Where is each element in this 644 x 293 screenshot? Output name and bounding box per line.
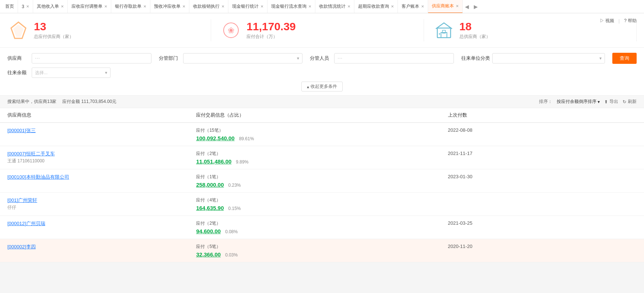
category-select[interactable]: ▾	[492, 53, 605, 63]
close-collection-stat-icon[interactable]: ✕	[347, 4, 350, 8]
nav-tab-3[interactable]: 3 ✕	[18, 0, 33, 13]
result-summary: 搜索结果中，供应商13家 应付金额 111,703,854.00元	[7, 99, 116, 105]
nav-tab-ap-adjust[interactable]: 应收应付调整单 ✕	[68, 0, 111, 13]
tx-percent-4: 0.08%	[225, 229, 238, 234]
close-supplier-account-icon[interactable]: ✕	[456, 4, 459, 8]
ap-suppliers-label: 总应付供应商（家）	[34, 34, 74, 40]
nav-prev-arrow[interactable]: ◀	[463, 0, 472, 13]
category-filter-label: 往来单位分类	[461, 55, 490, 62]
tx-amount-3[interactable]: 164,635.90	[196, 205, 224, 211]
sort-select[interactable]: 按应付余额倒序排序 ▾	[557, 99, 600, 105]
nav-tab-collection-stat[interactable]: 收款情况统计 ✕	[315, 0, 354, 13]
transaction-cell-0: 应付（15笔） 100,092,540.00 89.61%	[196, 127, 448, 141]
tx-label-3: 应付（4笔）	[196, 197, 448, 203]
supplier-link-5[interactable]: [000002]李四	[7, 244, 36, 249]
nav-tab-advance[interactable]: 预收冲应收单 ✕	[150, 0, 189, 13]
close-other-income-icon[interactable]: ✕	[61, 4, 64, 8]
balance-select[interactable]: 选择... ▾	[32, 68, 111, 78]
search-button[interactable]: 查询	[612, 53, 637, 64]
last-pay-cell-1: 2021-11-17	[448, 151, 574, 156]
supplier-cell-4: [000012]广州贝瑞	[7, 220, 196, 227]
video-icon: ▷	[600, 18, 604, 23]
table-row: [000002]李四 应付（5笔） 32,366.00 0.03% 2020-1…	[0, 239, 644, 262]
supplier-select[interactable]: ···	[32, 53, 151, 63]
transaction-cell-5: 应付（5笔） 32,366.00 0.03%	[196, 244, 448, 258]
supplier-link-0[interactable]: [000001]张三	[7, 128, 36, 133]
supplier-link-2[interactable]: [000100]本特勤油品有限公司	[7, 174, 69, 180]
person-select[interactable]: ···	[334, 53, 454, 63]
nav-tab-supplier-account[interactable]: 供应商账本 ✕	[428, 0, 463, 13]
supplier-link-4[interactable]: [000012]广州贝瑞	[7, 221, 45, 226]
tx-label-1: 应付（2笔）	[196, 151, 448, 157]
table-body: [000001]张三 应付（15笔） 100,092,540.00 89.61%…	[0, 123, 644, 262]
supplier-link-3[interactable]: [001]广州荣轩	[7, 197, 37, 203]
svg-marker-1	[13, 24, 24, 37]
tx-percent-3: 0.15%	[228, 206, 241, 211]
header-last-payment: 上次付数	[448, 112, 574, 118]
nav-next-arrow[interactable]: ▶	[472, 0, 480, 13]
nav-tab-collection-verify[interactable]: 收款核销执行 ✕	[189, 0, 228, 13]
close-cash-bank-stat-icon[interactable]: ✕	[260, 4, 263, 8]
stats-header: 13 总应付供应商（家） ❀ 11,170.39 应付合计（万）	[0, 13, 644, 48]
video-link[interactable]: ▷ 视频	[600, 18, 614, 24]
nav-tab-cash-bank-stat[interactable]: 现金银行统计 ✕	[228, 0, 267, 13]
nav-tab-cash-bank-flow[interactable]: 现金银行流水查询 ✕	[267, 0, 315, 13]
refresh-icon: ↻	[623, 99, 626, 104]
filter-balance: 往来余额 选择... ▾	[7, 68, 111, 78]
shop-icon	[433, 19, 455, 41]
header-supplier-info: 供应商信息	[7, 112, 196, 118]
tx-row-1: 11,051,486.00 9.89%	[196, 158, 448, 165]
close-tab-3-icon[interactable]: ✕	[26, 4, 29, 8]
tx-amount-5[interactable]: 32,366.00	[196, 251, 221, 258]
close-customer-account-icon[interactable]: ✕	[421, 4, 424, 8]
result-actions: 排序： 按应付余额倒序排序 ▾ ⬆ 导出 ↻ 刷新	[539, 99, 637, 105]
balance-placeholder: 选择...	[35, 70, 48, 76]
tx-row-5: 32,366.00 0.03%	[196, 251, 448, 258]
tx-percent-5: 0.03%	[225, 252, 238, 258]
nav-tab-customer-account[interactable]: 客户账本 ✕	[398, 0, 428, 13]
last-pay-date-0: 2022-08-08	[448, 127, 473, 133]
close-overdue-icon[interactable]: ✕	[391, 4, 394, 8]
export-icon: ⬆	[604, 99, 608, 104]
tx-row-4: 94,600.00 0.08%	[196, 228, 448, 234]
help-link[interactable]: ? 帮助	[624, 18, 637, 24]
nav-tab-other-income[interactable]: 其他收入单 ✕	[33, 0, 68, 13]
tx-amount-4[interactable]: 94,600.00	[196, 228, 221, 234]
tx-amount-1[interactable]: 11,051,486.00	[196, 158, 231, 165]
collapse-button[interactable]: ▴ 收起更多条件	[301, 82, 343, 92]
nav-tab-home[interactable]: 首页	[1, 0, 18, 13]
refresh-button[interactable]: ↻ 刷新	[623, 99, 637, 105]
transaction-cell-2: 应付（1笔） 258,000.00 0.23%	[196, 174, 448, 188]
table-row: [000012]广州贝瑞 应付（2笔） 94,600.00 0.08% 2021…	[0, 216, 644, 239]
supplier-link-1[interactable]: [000007]恒旺二手叉车	[7, 151, 55, 156]
supplier-cell-2: [000100]本特勤油品有限公司	[7, 174, 196, 180]
total-suppliers-number: 18	[459, 21, 490, 32]
close-cash-bank-flow-icon[interactable]: ✕	[308, 4, 311, 8]
ap-suppliers-content: 13 总应付供应商（家）	[34, 21, 74, 40]
table-row: [001]广州荣轩 仔仔 应付（4笔） 164,635.90 0.15%	[0, 193, 644, 216]
filter-category: 往来单位分类 ▾	[461, 53, 605, 63]
tx-percent-1: 9.89%	[236, 159, 248, 165]
tx-amount-2[interactable]: 258,000.00	[196, 182, 224, 188]
collapse-row: ▴ 收起更多条件	[7, 82, 637, 92]
close-bank-deposit-icon[interactable]: ✕	[143, 4, 146, 8]
filter-row-2: 往来余额 选择... ▾	[7, 68, 637, 78]
supplier-cell-1: [000007]恒旺二手叉车 王通 17106110000	[7, 151, 196, 164]
header-extra	[574, 112, 637, 118]
close-ap-adjust-icon[interactable]: ✕	[104, 4, 107, 8]
tx-amount-0[interactable]: 100,092,540.00	[196, 135, 234, 141]
header-transaction-info: 应付交易信息（占比）	[196, 112, 448, 118]
dept-select[interactable]: ▾	[183, 53, 303, 63]
close-advance-icon[interactable]: ✕	[182, 4, 185, 8]
close-collection-verify-icon[interactable]: ✕	[221, 4, 224, 8]
export-button[interactable]: ⬆ 导出	[604, 99, 618, 105]
last-pay-date-5: 2020-11-20	[448, 244, 473, 249]
data-table: 供应商信息 应付交易信息（占比） 上次付数 [000001]张三 应付（15笔）…	[0, 108, 644, 262]
nav-tab-overdue[interactable]: 超期应收款查询 ✕	[354, 0, 398, 13]
collapse-up-icon: ▴	[307, 84, 309, 89]
nav-tab-bank-deposit[interactable]: 银行存取款单 ✕	[111, 0, 150, 13]
transaction-cell-1: 应付（2笔） 11,051,486.00 9.89%	[196, 151, 448, 165]
wheat-icon: ❀	[220, 19, 242, 41]
person-filter-label: 分管人员	[310, 55, 332, 62]
filter-dept: 分管部门 ▾	[159, 53, 303, 63]
